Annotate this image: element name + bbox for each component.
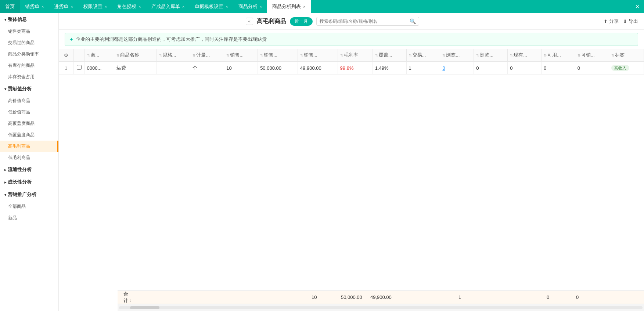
sidebar-item-有库存的商品[interactable]: 有库存的商品 [0, 60, 58, 71]
row-index: 1 [59, 62, 73, 75]
sidebar-item-低价值商品[interactable]: 低价值商品 [0, 106, 58, 118]
row-trades: 1 [406, 62, 440, 75]
footer-cell-7: 50,000.00 [339, 294, 368, 300]
table-header-15[interactable]: ⇅可用... [541, 49, 575, 62]
sort-icon: ⇅ [611, 53, 614, 57]
table-header-2[interactable]: ⇅商... [84, 49, 114, 62]
row-gross-rate: 99.8% [338, 62, 373, 75]
sidebar-item-高毛利商品[interactable]: 高毛利商品 [0, 141, 58, 152]
product-tag: 高收入 [611, 65, 629, 71]
footer-cell-3 [221, 294, 251, 300]
footer-cell-4 [251, 294, 280, 300]
row-checkbox-input[interactable] [77, 65, 82, 70]
sidebar-section-流通性分析[interactable]: ▸流通性分析 [0, 163, 58, 176]
row-code: 0000... [84, 62, 114, 75]
sidebar-item-全部商品[interactable]: 全部商品 [0, 201, 58, 212]
table-header-4[interactable]: ⇅规格... [156, 49, 190, 62]
footer-bar: 合计： 1050,000.0049,900.00100 [118, 290, 644, 304]
top-nav: 首页销货单×进货单×权限设置×角色授权×产成品入库单×单据模板设置×商品分析×商… [0, 0, 644, 13]
page-title: 高毛利商品 [257, 18, 286, 25]
share-button[interactable]: ⬆ 分享 [604, 18, 619, 25]
nav-item-进货单[interactable]: 进货单× [49, 0, 78, 13]
footer-cell-9 [397, 294, 427, 300]
sort-icon: ⇅ [544, 53, 547, 57]
close-all-button[interactable]: × [631, 0, 644, 13]
sort-icon: ⇅ [159, 53, 162, 57]
table-header-11[interactable]: ⇅交易... [406, 49, 440, 62]
sidebar-item-销售类商品[interactable]: 销售类商品 [0, 26, 58, 37]
sidebar-item-低覆盖度商品[interactable]: 低覆盖度商品 [0, 129, 58, 141]
nav-item-首页[interactable]: 首页 [0, 0, 20, 13]
sidebar-section-label: 整体信息 [8, 16, 27, 23]
search-input[interactable] [320, 19, 410, 24]
nav-item-角色授权[interactable]: 角色授权× [112, 0, 146, 13]
table-header-1 [73, 49, 84, 62]
row-browse2: 0 [474, 62, 508, 75]
table-header-5[interactable]: ⇅计量... [190, 49, 224, 62]
export-button[interactable]: ⬇ 导出 [623, 18, 638, 25]
expand-icon: ▾ [4, 18, 6, 22]
footer-cell-16 [603, 294, 633, 300]
search-icon[interactable]: 🔍 [410, 18, 416, 24]
sort-icon: ⇅ [375, 53, 378, 57]
sort-icon: ⇅ [193, 53, 195, 57]
sidebar-section-成长性分析[interactable]: ▸成长性分析 [0, 176, 58, 188]
row-coverage: 1.49% [373, 62, 406, 75]
export-icon: ⬇ [623, 19, 627, 24]
table-header-0: ⚙ [59, 49, 73, 62]
sidebar-item-低毛利商品[interactable]: 低毛利商品 [0, 152, 58, 163]
table-header-14[interactable]: ⇅现有... [508, 49, 542, 62]
filter-recent-month[interactable]: 近一月 [290, 17, 313, 26]
nav-item-产成品入库单[interactable]: 产成品入库单× [146, 0, 190, 13]
sort-icon: ⇅ [578, 53, 580, 57]
nav-item-权限设置[interactable]: 权限设置× [78, 0, 112, 13]
table-container[interactable]: ⚙⇅商...⇅商品名称⇅规格...⇅计量...⇅销售...⇅销售...⇅销售..… [59, 49, 644, 311]
sidebar-item-商品分类助销率[interactable]: 商品分类助销率 [0, 48, 58, 60]
sidebar-item-新品[interactable]: 新品 [0, 212, 58, 224]
close-tab-icon[interactable]: × [303, 4, 305, 9]
close-tab-icon[interactable]: × [260, 4, 262, 9]
footer-cell-14: 0 [544, 294, 574, 300]
nav-item-商品分析[interactable]: 商品分析× [233, 0, 267, 13]
total-label: 合计： [123, 291, 133, 304]
sidebar-section-营销推广分析[interactable]: ▾营销推广分析 [0, 188, 58, 201]
table-header-7[interactable]: ⇅销售... [258, 49, 298, 62]
collapse-sidebar-button[interactable]: « [246, 18, 253, 25]
sidebar-section-label: 成长性分析 [8, 179, 32, 185]
table-header-8[interactable]: ⇅销售... [298, 49, 338, 62]
horizontal-scrollbar[interactable] [118, 304, 644, 311]
sidebar-section-整体信息[interactable]: ▾整体信息 [0, 13, 58, 26]
table-header-13[interactable]: ⇅浏览... [474, 49, 508, 62]
table-header-6[interactable]: ⇅销售... [224, 49, 258, 62]
row-browse1: 0 [440, 62, 474, 75]
nav-item-商品分析列表[interactable]: 商品分析列表× [267, 0, 310, 13]
row-spec [156, 62, 190, 75]
sidebar-section-贡献值分析[interactable]: ▾贡献值分析 [0, 83, 58, 95]
browse-link[interactable]: 0 [442, 65, 445, 71]
sort-icon: ⇅ [510, 53, 513, 57]
table-header-10[interactable]: ⇅覆盖... [373, 49, 406, 62]
table-header-12[interactable]: ⇅浏览... [440, 49, 474, 62]
sidebar-item-交易过的商品[interactable]: 交易过的商品 [0, 37, 58, 48]
close-tab-icon[interactable]: × [105, 4, 107, 9]
row-checkbox [73, 62, 84, 75]
close-tab-icon[interactable]: × [182, 4, 184, 9]
close-tab-icon[interactable]: × [226, 4, 228, 9]
nav-item-销货单[interactable]: 销货单× [20, 0, 49, 13]
table-header-9[interactable]: ⇅毛利率 [338, 49, 373, 62]
sidebar-item-高覆盖度商品[interactable]: 高覆盖度商品 [0, 118, 58, 129]
sidebar-section-label: 贡献值分析 [8, 86, 32, 92]
row-saleable: 0 [575, 62, 609, 75]
footer-cell-17 [633, 294, 644, 300]
sidebar-item-高价值商品[interactable]: 高价值商品 [0, 95, 58, 106]
close-tab-icon[interactable]: × [42, 4, 44, 9]
nav-item-单据模板设置[interactable]: 单据模板设置× [190, 0, 233, 13]
expand-icon: ▾ [4, 87, 6, 91]
table-header-3[interactable]: ⇅商品名称 [114, 49, 156, 62]
close-tab-icon[interactable]: × [71, 4, 73, 9]
row-tag: 高收入 [609, 62, 644, 75]
close-tab-icon[interactable]: × [138, 4, 141, 9]
sidebar-item-库存资金占用[interactable]: 库存资金占用 [0, 71, 58, 83]
table-header-17[interactable]: ⇅标签 [609, 49, 644, 62]
table-header-16[interactable]: ⇅可销... [575, 49, 609, 62]
